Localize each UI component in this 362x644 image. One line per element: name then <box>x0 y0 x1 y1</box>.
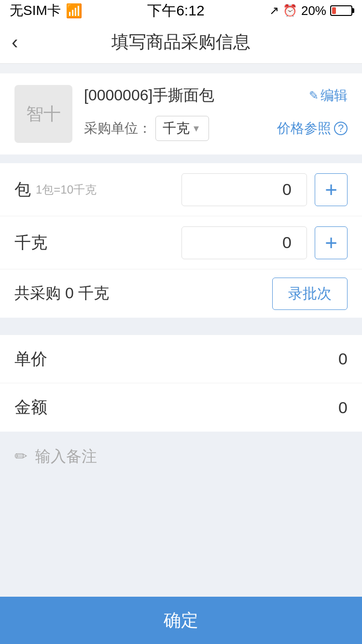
amount-value: 0 <box>338 398 348 417</box>
kg-row: 千克 + <box>0 216 362 269</box>
pencil-icon: ✏ <box>14 447 28 465</box>
price-ref-label: 价格参照 <box>277 119 331 138</box>
bao-row: 包 1包=10千克 + <box>0 163 362 216</box>
status-bar: 无SIM卡 📶 下午6:12 ↗ ⏰ 20% <box>0 0 362 21</box>
kg-input-right: + <box>47 226 348 259</box>
unit-select[interactable]: 千克 ▾ <box>155 116 209 141</box>
price-ref-button[interactable]: 价格参照 ? <box>277 119 348 138</box>
bao-sub: 1包=10千克 <box>36 182 97 197</box>
carrier-label: 无SIM卡 <box>10 1 61 20</box>
bao-plus-button[interactable]: + <box>315 173 348 206</box>
battery-icon <box>330 5 352 16</box>
total-text: 共采购 0 千克 <box>14 283 109 304</box>
location-icon: ↗ <box>269 4 279 17</box>
status-right: ↗ ⏰ 20% <box>269 3 352 18</box>
nav-bar: ‹ 填写商品采购信息 <box>0 21 362 64</box>
help-icon: ? <box>334 122 348 135</box>
product-image: 智十 <box>14 85 72 143</box>
product-card: 智十 [0000006]手撕面包 ✎ 编辑 采购单位： 千克 ▾ <box>0 73 362 154</box>
bao-input[interactable] <box>181 173 307 206</box>
notes-placeholder: 输入备注 <box>35 446 97 467</box>
unit-value: 千克 <box>163 119 190 138</box>
wifi-icon: 📶 <box>66 3 83 19</box>
status-time: 下午6:12 <box>147 1 204 21</box>
back-button[interactable]: ‹ <box>12 31 18 53</box>
edit-button[interactable]: ✎ 编辑 <box>309 86 348 105</box>
battery-pct: 20% <box>301 3 326 18</box>
amount-label: 金额 <box>14 396 47 419</box>
divider-1 <box>0 154 362 163</box>
product-info: [0000006]手撕面包 ✎ 编辑 采购单位： 千克 ▾ 价格参照 ? <box>84 85 348 141</box>
page-title: 填写商品采购信息 <box>111 30 251 54</box>
bao-input-right: + <box>97 173 348 206</box>
batch-button[interactable]: 录批次 <box>272 278 348 310</box>
purchase-unit-label: 采购单位： <box>84 119 152 138</box>
purchase-unit-row: 采购单位： 千克 ▾ 价格参照 ? <box>84 116 348 141</box>
status-left: 无SIM卡 📶 <box>10 1 83 20</box>
main-content: 智十 [0000006]手撕面包 ✎ 编辑 采购单位： 千克 ▾ <box>0 73 362 644</box>
alarm-icon: ⏰ <box>283 4 297 17</box>
chevron-down-icon: ▾ <box>194 122 199 135</box>
kg-input[interactable] <box>181 226 307 259</box>
amount-row: 金额 0 <box>0 383 362 432</box>
bao-label: 包 <box>14 179 31 201</box>
pricing-section: 单价 0 金额 0 <box>0 335 362 432</box>
input-section: 包 1包=10千克 + 千克 + 共采购 0 千克 录批次 <box>0 163 362 318</box>
product-header: [0000006]手撕面包 ✎ 编辑 <box>84 85 348 106</box>
confirm-button[interactable]: 确定 <box>0 597 362 644</box>
notes-section[interactable]: ✏ 输入备注 <box>0 432 362 518</box>
product-name: [0000006]手撕面包 <box>84 85 214 106</box>
confirm-label: 确定 <box>164 609 198 632</box>
edit-icon: ✎ <box>309 89 319 102</box>
product-logo: 智十 <box>26 105 61 123</box>
edit-label: 编辑 <box>320 86 348 105</box>
unit-price-row: 单价 0 <box>0 335 362 383</box>
total-row: 共采购 0 千克 录批次 <box>0 269 362 318</box>
divider-2 <box>0 318 362 326</box>
unit-price-label: 单价 <box>14 348 47 370</box>
kg-label: 千克 <box>14 232 47 254</box>
unit-price-value: 0 <box>338 350 348 368</box>
kg-plus-button[interactable]: + <box>315 226 348 259</box>
